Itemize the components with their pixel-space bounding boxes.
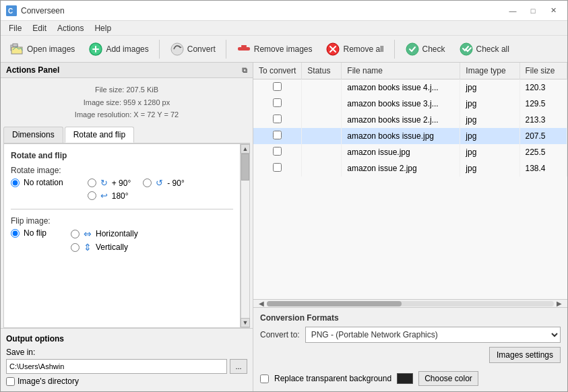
right-panel: To convert Status File name Image type F… — [253, 63, 567, 391]
rotate-plus90-icon: ↻ — [100, 178, 108, 188]
row-checkbox[interactable] — [273, 115, 282, 123]
svg-text:C: C — [8, 7, 13, 15]
title-bar-left: C Converseen — [6, 5, 65, 16]
choose-color-button[interactable]: Choose color — [418, 371, 478, 386]
scroll-left-arrow[interactable]: ◀ — [256, 300, 267, 307]
remove-images-label: Remove images — [254, 44, 313, 54]
convert-label: Convert — [187, 44, 216, 54]
open-images-button[interactable]: Open images — [3, 38, 81, 60]
no-rotation-radio[interactable] — [11, 178, 20, 187]
remove-images-button[interactable]: Remove images — [230, 38, 319, 60]
col-status: Status — [302, 63, 342, 79]
browse-button[interactable]: ... — [230, 359, 247, 374]
minimize-button[interactable]: — — [504, 4, 522, 18]
horizontal-scrollbar[interactable] — [267, 301, 554, 306]
rotate-plus90-radio[interactable] — [88, 178, 96, 187]
table-row: amazon books issue.jpg jpg 207.5 — [253, 128, 567, 144]
rotate-minus90-radio[interactable] — [143, 178, 152, 187]
flip-horizontal-radio[interactable] — [71, 230, 80, 238]
row-size: 225.5 — [519, 144, 567, 160]
convert-to-label: Convert to: — [260, 330, 300, 339]
scroll-thumb[interactable] — [241, 154, 249, 181]
check-all-icon — [459, 42, 474, 57]
row-type: jpg — [460, 128, 519, 144]
flip-vertical-option[interactable]: ⇕ Vertically — [71, 242, 138, 253]
replace-transparent-checkbox[interactable] — [260, 374, 269, 383]
scroll-up-arrow[interactable]: ▲ — [241, 144, 250, 154]
check-all-label: Check all — [476, 44, 509, 54]
remove-all-icon — [325, 42, 340, 57]
row-status — [302, 96, 342, 112]
flip-horizontal-option[interactable]: ⇔ Horizontally — [71, 228, 138, 239]
remove-images-icon — [236, 42, 251, 57]
menu-actions[interactable]: Actions — [52, 22, 89, 34]
tab-rotate-flip[interactable]: Rotate and flip — [65, 127, 134, 143]
rotate-plus90-option[interactable]: ↻ + 90° ↺ - 90° — [88, 178, 185, 188]
row-filename: amazon books issue 2.j... — [342, 112, 460, 128]
separator-1 — [159, 40, 160, 59]
row-checkbox-cell — [253, 144, 302, 160]
rotate-180-radio[interactable] — [88, 191, 96, 200]
table-row: amazon issue.jpg jpg 225.5 — [253, 144, 567, 160]
no-flip-option[interactable]: No flip — [11, 228, 46, 238]
images-directory-checkbox[interactable] — [6, 377, 15, 386]
check-button[interactable]: Check — [399, 38, 451, 60]
menu-help[interactable]: Help — [89, 22, 117, 34]
convert-to-row: Convert to: PNG - (Portable Network Grap… — [260, 327, 561, 343]
col-filename: File name — [342, 63, 460, 79]
add-images-button[interactable]: Add images — [82, 38, 154, 60]
save-path-input[interactable] — [6, 359, 227, 374]
row-status — [302, 112, 342, 128]
table-row: amazon issue 2.jpg jpg 138.4 — [253, 160, 567, 176]
rotate-180-option[interactable]: ↩ 180° — [88, 191, 185, 201]
row-type: jpg — [460, 160, 519, 176]
rotate-180-icon: ↩ — [100, 191, 108, 201]
row-checkbox[interactable] — [273, 98, 282, 107]
table-header-row: To convert Status File name Image type F… — [253, 63, 567, 79]
row-checkbox-cell — [253, 112, 302, 128]
image-resolution: Image resolution: X = 72 Y = 72 — [11, 108, 242, 121]
file-table: To convert Status File name Image type F… — [253, 63, 567, 176]
row-checkbox[interactable] — [273, 147, 282, 156]
row-type: jpg — [460, 96, 519, 112]
row-checkbox[interactable] — [273, 82, 282, 91]
output-title: Output options — [6, 334, 247, 344]
row-checkbox[interactable] — [273, 163, 282, 172]
tab-dimensions[interactable]: Dimensions — [3, 127, 63, 143]
rotate-plus90-label: + 90° — [112, 178, 131, 188]
scroll-right-arrow[interactable]: ▶ — [554, 300, 565, 307]
maximize-button[interactable]: □ — [524, 4, 542, 18]
flip-vertical-radio[interactable] — [71, 243, 80, 252]
convert-to-select[interactable]: PNG - (Portable Network Graphics) — [305, 327, 561, 343]
section-divider — [11, 209, 233, 209]
row-checkbox-cell — [253, 160, 302, 176]
panel-restore-icon[interactable]: ⧉ — [242, 66, 247, 75]
no-rotation-option[interactable]: No rotation — [11, 178, 63, 187]
flip-horizontal-icon: ⇔ — [84, 228, 92, 239]
row-checkbox-cell — [253, 96, 302, 112]
toolbar: Open images Add images Convert — [1, 36, 567, 63]
tab-content: Rotate and flip Rotate image: No rotatio… — [3, 143, 241, 328]
col-file-size: File size — [519, 63, 567, 79]
row-filename: amazon books issue.jpg — [342, 128, 460, 144]
app-icon: C — [6, 5, 17, 16]
row-size: 213.3 — [519, 112, 567, 128]
no-flip-radio[interactable] — [11, 229, 20, 238]
file-info: File size: 207.5 KiB Image size: 959 x 1… — [1, 78, 253, 127]
flip-vertical-icon: ⇕ — [84, 242, 92, 253]
menu-file[interactable]: File — [3, 22, 27, 34]
menu-edit[interactable]: Edit — [27, 22, 52, 34]
window-title: Converseen — [21, 6, 65, 15]
vertical-scrollbar[interactable]: ▲ ▼ — [241, 143, 250, 328]
check-label: Check — [422, 44, 445, 54]
close-button[interactable]: ✕ — [544, 4, 562, 18]
check-all-button[interactable]: Check all — [453, 38, 515, 60]
save-in-label: Save in: — [6, 348, 247, 357]
scroll-down-arrow[interactable]: ▼ — [241, 318, 250, 327]
images-settings-button[interactable]: Images settings — [489, 347, 561, 363]
main-window: C Converseen — □ ✕ File Edit Actions Hel… — [0, 0, 568, 392]
row-checkbox[interactable] — [273, 131, 282, 139]
remove-all-button[interactable]: Remove all — [319, 38, 389, 60]
convert-button[interactable]: Convert — [164, 38, 222, 60]
horizontal-scrollbar-thumb[interactable] — [267, 301, 402, 306]
